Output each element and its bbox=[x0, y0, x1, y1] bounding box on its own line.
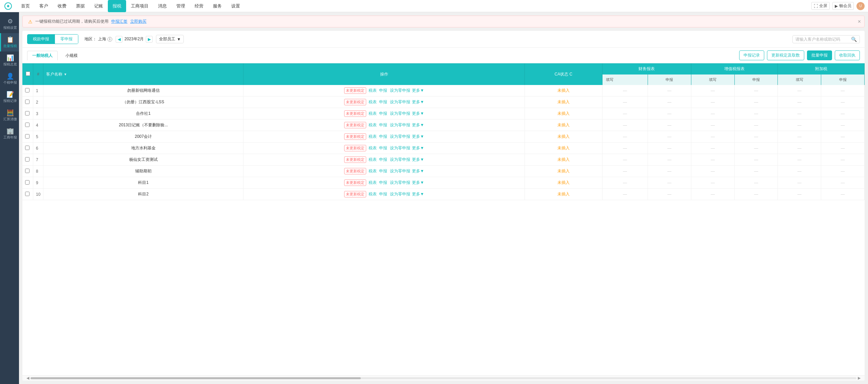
action-more[interactable]: 更多▼ bbox=[412, 192, 424, 196]
row-select-1[interactable] bbox=[25, 88, 29, 92]
row-select-8[interactable] bbox=[25, 169, 29, 173]
region-info-icon[interactable]: ℹ bbox=[107, 37, 112, 42]
date-next-button[interactable]: ▶ bbox=[146, 36, 153, 43]
row-tax-fill: — bbox=[691, 120, 734, 131]
action-more[interactable]: 更多▼ bbox=[412, 157, 424, 162]
sort-icon[interactable]: ▼ bbox=[64, 72, 67, 76]
top-nav-item-工商项目[interactable]: 工商项目 bbox=[126, 0, 153, 12]
update-quota-button[interactable]: 更新税定及取数 bbox=[767, 50, 804, 60]
action-tax-form[interactable]: 税表 bbox=[369, 157, 377, 162]
row-select-4[interactable] bbox=[25, 123, 29, 127]
row-select-6[interactable] bbox=[25, 146, 29, 150]
action-set-zero[interactable]: 设为零申报 bbox=[390, 192, 410, 196]
action-more[interactable]: 更多▼ bbox=[412, 111, 424, 116]
row-fin-apply: — bbox=[648, 131, 691, 143]
top-nav-item-经营[interactable]: 经营 bbox=[190, 0, 208, 12]
sidebar-label-批量报税: 批量报税 bbox=[3, 44, 17, 48]
tab-tax-apply[interactable]: 税款申报 bbox=[27, 35, 55, 44]
action-apply[interactable]: 申报 bbox=[379, 157, 387, 162]
action-set-zero[interactable]: 设为零申报 bbox=[390, 100, 410, 104]
row-select-5[interactable] bbox=[25, 134, 29, 138]
banner-close-button[interactable]: × bbox=[858, 19, 861, 25]
search-input[interactable] bbox=[795, 37, 850, 42]
fullscreen-button[interactable]: ⛶ 全屏 bbox=[811, 2, 830, 10]
row-select-7[interactable] bbox=[25, 157, 29, 162]
action-more[interactable]: 更多▼ bbox=[412, 180, 424, 185]
action-tax-form[interactable]: 税表 bbox=[369, 169, 377, 173]
scroll-left-arrow[interactable]: ◀ bbox=[25, 376, 31, 380]
row-select-9[interactable] bbox=[25, 180, 29, 185]
top-nav-item-消息[interactable]: 消息 bbox=[153, 0, 172, 12]
top-nav-item-票据[interactable]: 票据 bbox=[71, 0, 90, 12]
batch-apply-button[interactable]: 批量申报 bbox=[807, 50, 832, 60]
action-more[interactable]: 更多▼ bbox=[412, 123, 424, 127]
top-nav-item-设置[interactable]: 设置 bbox=[226, 0, 245, 12]
table-row: 1 勿册新锐网络通信 未更新税定 税表 申报 设为零申报 更多▼ 未插入 — —… bbox=[22, 85, 865, 97]
action-tax-form[interactable]: 税表 bbox=[369, 192, 377, 196]
staff-dropdown[interactable]: 全部员工 ▼ bbox=[156, 35, 184, 43]
action-more[interactable]: 更多▼ bbox=[412, 169, 424, 173]
action-tax-form[interactable]: 税表 bbox=[369, 88, 377, 93]
action-apply[interactable]: 申报 bbox=[379, 146, 387, 150]
action-apply[interactable]: 申报 bbox=[379, 111, 387, 116]
action-apply[interactable]: 申报 bbox=[379, 134, 387, 139]
date-prev-button[interactable]: ◀ bbox=[116, 36, 122, 43]
action-tax-form[interactable]: 税表 bbox=[369, 180, 377, 185]
row-select-10[interactable] bbox=[25, 192, 29, 196]
row-add-apply: — bbox=[821, 108, 865, 120]
top-nav-item-报税[interactable]: 报税 bbox=[108, 0, 126, 12]
top-nav-item-管理[interactable]: 管理 bbox=[172, 0, 190, 12]
sidebar-item-个税申报[interactable]: 👤 个税申报 bbox=[0, 70, 19, 88]
tab-small-scale[interactable]: 小规模 bbox=[60, 51, 83, 60]
row-select-3[interactable] bbox=[25, 111, 29, 115]
action-set-zero[interactable]: 设为零申报 bbox=[390, 111, 410, 116]
search-icon[interactable]: 🔍 bbox=[851, 37, 857, 42]
top-nav-item-收费[interactable]: 收费 bbox=[53, 0, 71, 12]
sidebar-item-工商年报[interactable]: 🏢 工商年报 bbox=[0, 125, 19, 143]
action-more[interactable]: 更多▼ bbox=[412, 88, 424, 93]
top-nav-item-客户[interactable]: 客户 bbox=[35, 0, 53, 12]
scrollbar-track[interactable] bbox=[31, 377, 856, 379]
top-nav-item-服务[interactable]: 服务 bbox=[208, 0, 226, 12]
action-apply[interactable]: 申报 bbox=[379, 123, 387, 127]
action-more[interactable]: 更多▼ bbox=[412, 100, 424, 104]
action-set-zero[interactable]: 设为零申报 bbox=[390, 88, 410, 93]
action-set-zero[interactable]: 设为零申报 bbox=[390, 180, 410, 185]
top-nav-item-记账[interactable]: 记账 bbox=[90, 0, 108, 12]
action-more[interactable]: 更多▼ bbox=[412, 146, 424, 150]
action-set-zero[interactable]: 设为零申报 bbox=[390, 134, 410, 139]
action-apply[interactable]: 申报 bbox=[379, 192, 387, 196]
upgrade-button[interactable]: ▶ 畅会员 bbox=[832, 2, 854, 10]
sidebar-item-报税记录[interactable]: 📝 报税记录 bbox=[0, 88, 19, 106]
action-apply[interactable]: 申报 bbox=[379, 88, 387, 93]
action-set-zero[interactable]: 设为零申报 bbox=[390, 146, 410, 150]
tab-general-taxpayer[interactable]: 一般纳税人 bbox=[27, 51, 58, 60]
banner-link1[interactable]: 申报汇签 bbox=[111, 19, 127, 24]
action-tax-form[interactable]: 税表 bbox=[369, 111, 377, 116]
action-tax-form[interactable]: 税表 bbox=[369, 146, 377, 150]
sidebar-item-汇算清缴[interactable]: 🧮 汇算清缴 bbox=[0, 106, 19, 125]
action-set-zero[interactable]: 设为零申报 bbox=[390, 123, 410, 127]
action-apply[interactable]: 申报 bbox=[379, 169, 387, 173]
tab-zero-apply[interactable]: 零申报 bbox=[55, 35, 78, 44]
action-more[interactable]: 更多▼ bbox=[412, 134, 424, 139]
select-all-checkbox[interactable] bbox=[26, 71, 30, 76]
action-tax-form[interactable]: 税表 bbox=[369, 100, 377, 104]
avatar[interactable]: U bbox=[856, 2, 865, 10]
banner-link2[interactable]: 立即购买 bbox=[130, 19, 146, 24]
action-tax-form[interactable]: 税表 bbox=[369, 123, 377, 127]
sidebar-item-批量报税[interactable]: 📋 批量报税 bbox=[0, 33, 19, 51]
action-set-zero[interactable]: 设为零申报 bbox=[390, 157, 410, 162]
scroll-right-arrow[interactable]: ▶ bbox=[856, 376, 862, 380]
action-set-zero[interactable]: 设为零申报 bbox=[390, 169, 410, 173]
apply-record-button[interactable]: 申报记录 bbox=[739, 50, 764, 60]
retrieve-button[interactable]: 收取回执 bbox=[835, 50, 860, 60]
row-select-2[interactable] bbox=[25, 100, 29, 104]
row-add-fill: — bbox=[778, 154, 821, 166]
sidebar-item-报税设置[interactable]: ⚙ 报税设置 bbox=[0, 15, 19, 33]
top-nav-item-首页[interactable]: 首页 bbox=[16, 0, 35, 12]
action-apply[interactable]: 申报 bbox=[379, 180, 387, 185]
sidebar-item-报税总览[interactable]: 📊 报税总览 bbox=[0, 51, 19, 70]
action-apply[interactable]: 申报 bbox=[379, 100, 387, 104]
action-tax-form[interactable]: 税表 bbox=[369, 134, 377, 139]
